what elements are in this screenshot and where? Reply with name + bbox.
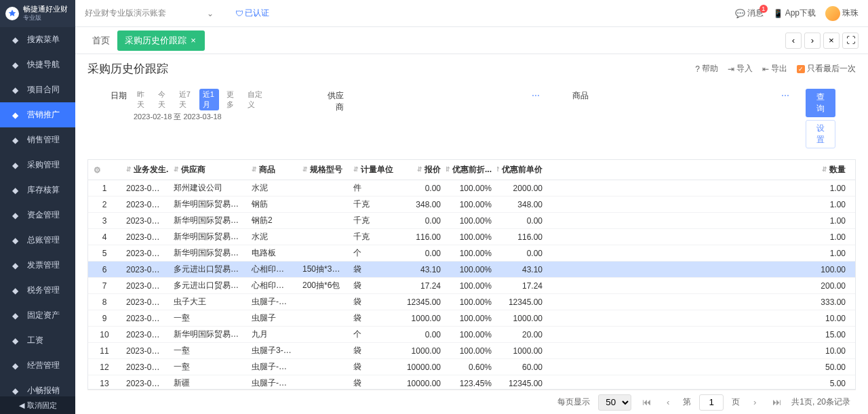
sidebar-item-book[interactable]: ◆总账管理 [0,228,75,253]
th-qty[interactable]: 数量 [829,164,846,175]
sidebar-item-salary[interactable]: ◆工资 [0,328,75,353]
cell-discount: 0.60% [446,360,497,375]
export-button[interactable]: ⇤ 导出 [762,63,787,75]
th-unit[interactable]: 计量单位 [361,164,393,175]
help-label: 帮助 [702,63,718,75]
product-more-icon[interactable]: ⋯ [778,89,792,102]
sidebar-item-coin[interactable]: ◆资金管理 [0,203,75,228]
app-download-button[interactable]: 📱 App下载 [773,7,816,19]
sort-icon[interactable]: ⇵ [446,167,450,172]
th-disc[interactable]: 优惠前折... [452,164,492,175]
last-page-button[interactable]: ⏭ [770,396,783,409]
pagination: 每页显示 50 ⏮ ‹ 第 页 › ⏭ 共1页, 20条记录 [87,390,856,414]
gear-icon[interactable]: ⚙ [94,165,101,175]
sidebar-item-box[interactable]: ◆库存核算 [0,178,75,203]
pill-custom[interactable]: 自定义 [244,89,266,110]
table-row[interactable]: 122023-03-12一壑虫腿子-先...袋10000.000.60%60.0… [88,359,855,375]
sidebar-item-megaphone[interactable]: ◆营销推广 [0,102,75,127]
sort-icon[interactable]: ⇵ [252,167,257,172]
table-row[interactable]: 62023-03-16多元进出口贸易有限...心相印抽纸...150抽*3包..… [88,262,855,278]
sidebar-item-asset[interactable]: ◆固定资产 [0,303,75,328]
sidebar-item-manage[interactable]: ◆经营管理 [0,353,75,378]
per-page-select[interactable]: 50 [598,394,631,411]
sidebar-item-reimb[interactable]: ◆小畅报销 [0,378,75,396]
sidebar-item-in[interactable]: ◆采购管理 [0,152,75,178]
table-row[interactable]: 72023-03-16多元进出口贸易有限...心相印抽纸...200抽*6包袋1… [88,278,855,294]
sidebar-unpin[interactable]: ◀ 取消固定 [0,396,75,414]
cell-index: 2 [88,197,121,212]
cell-unit: 袋 [348,293,399,310]
pill-last7[interactable]: 近7天 [176,89,195,110]
supplier-more-icon[interactable]: ⋯ [530,89,543,102]
cell-spec [297,251,348,256]
tab-purchase-history[interactable]: 采购历史价跟踪 × [117,30,205,51]
sort-icon[interactable]: ⇵ [822,167,827,172]
sort-icon[interactable]: ⇵ [126,167,132,172]
th-spec[interactable]: 规格型号 [310,164,342,175]
close-icon[interactable]: × [189,37,197,45]
pill-yesterday[interactable]: 昨天 [134,89,151,110]
th-date[interactable]: 业务发生... [134,164,168,175]
sidebar-item-label: 销售管理 [27,134,60,146]
th-product[interactable]: 商品 [259,164,275,175]
table-row[interactable]: 32023-03-18新华明国际贸易有限...钢筋2千克0.00100.00%0… [88,213,855,229]
sort-icon[interactable]: ⇵ [353,167,359,172]
first-page-button[interactable]: ⏮ [639,396,653,409]
next-page-button[interactable]: › [748,396,762,409]
sidebar-item-tax[interactable]: ◆税务管理 [0,278,75,303]
only-last-checkbox[interactable]: ✓ 只看最后一次 [797,63,856,75]
cell-discount: 100.00% [446,246,497,261]
sort-icon[interactable]: ⇵ [302,167,308,172]
pill-last1m[interactable]: 近1月 [199,89,219,110]
product-input[interactable] [595,89,772,106]
table-row[interactable]: 132023-03-12新疆虫腿子-先...袋10000.00123.45%12… [88,375,855,389]
tabs-prev-button[interactable]: ‹ [785,33,802,49]
cell-unit: 袋 [348,277,399,294]
cell-product: 虫腿子-先... [246,293,297,310]
page-total: 共1页, 20条记录 [791,396,850,408]
import-button[interactable]: ⇥ 导入 [728,63,753,75]
help-button[interactable]: ? 帮助 [695,63,718,75]
cell-qty: 333.00 [808,295,855,310]
org-selector[interactable]: 好业财专业版演示账套 ⌄ [85,7,214,19]
pill-more[interactable]: 更多 [223,89,240,110]
table-row[interactable]: 102023-03-13新华明国际贸易有限...九月个0.00100.00%20… [88,327,855,343]
sidebar-item-home[interactable]: ◆快捷导航 [0,52,75,77]
cell-price: 348.00 [399,197,446,212]
messages-button[interactable]: 💬 消息 1 [735,7,764,19]
sort-icon[interactable]: ⇵ [497,167,500,172]
supplier-input[interactable] [351,89,522,106]
page-input[interactable] [699,394,724,411]
table-row[interactable]: 82023-03-15虫子大王虫腿子-先...袋12345.00100.00%1… [88,294,855,310]
pill-today[interactable]: 今天 [155,89,172,110]
tabs-fullscreen-button[interactable]: ⛶ [842,33,859,49]
sort-icon[interactable]: ⇵ [174,167,179,172]
th-price[interactable]: 报价 [425,164,441,175]
th-unitp[interactable]: 优惠前单价 [502,164,542,175]
setting-button[interactable]: 设置 [806,120,835,148]
table-row[interactable]: 92023-03-14一壑虫腿子袋1000.00100.00%1000.0010… [88,310,855,327]
tab-home[interactable]: 首页 [85,30,117,51]
user-menu[interactable]: 珠珠 [825,6,859,21]
product-filter-label: 商品 [570,89,589,102]
table-row[interactable]: 112023-03-12一壑虫腿子3-烧...袋1000.00100.00%10… [88,343,855,359]
sidebar-item-search[interactable]: ◆搜索菜单 [0,27,75,52]
sidebar-item-file[interactable]: ◆项目合同 [0,77,75,102]
table-row[interactable]: 42023-03-18新华明国际贸易有限...水泥千克116.00100.00%… [88,229,855,245]
sidebar-item-cart[interactable]: ◆销售管理 [0,127,75,152]
verified-label: 已认证 [245,7,269,19]
cell-spec [297,348,348,354]
tabs-close-all-button[interactable]: × [823,33,840,49]
query-button[interactable]: 查询 [806,89,835,117]
prev-page-button[interactable]: ‹ [661,396,675,409]
cell-index: 13 [88,376,121,390]
th-supplier[interactable]: 供应商 [181,164,205,175]
tabs-next-button[interactable]: › [804,33,821,49]
sidebar-item-invoice[interactable]: ◆发票管理 [0,253,75,278]
table-row[interactable]: 22023-03-18新华明国际贸易有限...钢筋千克348.00100.00%… [88,196,855,213]
table-row[interactable]: 52023-03-18新华明国际贸易有限...电路板个0.00100.00%0.… [88,245,855,262]
cell-index: 5 [88,246,121,261]
page-title: 采购历史价跟踪 [87,61,168,77]
table-row[interactable]: 12023-03-18郑州建设公司水泥件0.00100.00%2000.001.… [88,180,855,196]
sort-icon[interactable]: ⇵ [417,167,422,172]
